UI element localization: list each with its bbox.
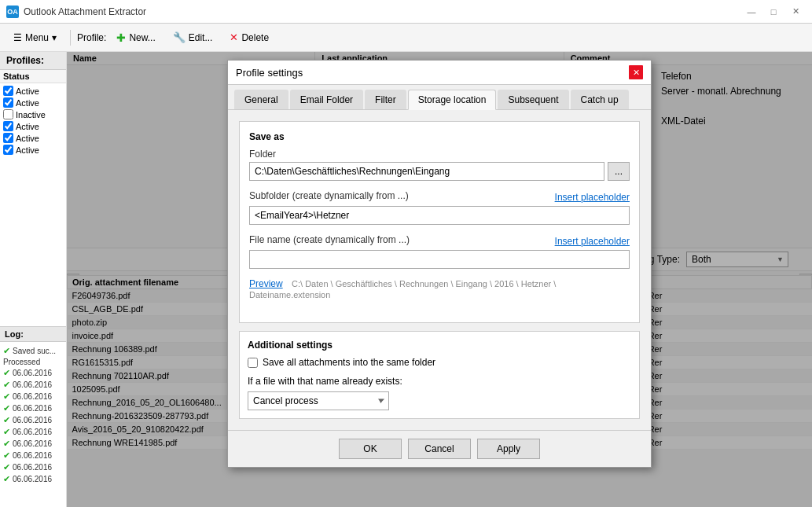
app-icon: OA: [6, 6, 19, 18]
menu-icon: ☰: [13, 32, 22, 43]
additional-settings-section: Additional settings Save all attachments…: [239, 331, 640, 419]
folder-label: Folder: [249, 149, 630, 160]
subfolder-insert-placeholder-button[interactable]: Insert placeholder: [555, 192, 630, 203]
list-item: ✔ 06.06.2016: [3, 367, 63, 379]
modal-title: Profile settings: [236, 67, 303, 79]
list-item: ✔ 06.06.2016: [3, 438, 63, 450]
list-item[interactable]: Active: [2, 85, 64, 97]
list-item: ✔ 06.06.2016: [3, 473, 63, 485]
check-icon: ✔: [3, 462, 10, 472]
check-icon: ✔: [3, 391, 10, 402]
close-button[interactable]: ✕: [785, 4, 806, 20]
check-icon: ✔: [3, 403, 10, 413]
subfolder-input[interactable]: [249, 206, 630, 225]
profile-checkbox-3[interactable]: [3, 109, 13, 119]
list-item: ✔ 06.06.2016: [3, 391, 63, 402]
tab-general[interactable]: General: [234, 90, 288, 109]
edit-profile-button[interactable]: 🔧 Edit...: [166, 28, 220, 47]
log-header: Log:: [0, 327, 66, 342]
filename-label: File name (create dynamically from ...): [249, 234, 410, 245]
tab-subsequent[interactable]: Subsequent: [498, 90, 568, 109]
check-icon: ✔: [3, 427, 10, 437]
modal-overlay: Profile settings ✕ General Email Folder …: [67, 52, 812, 507]
cancel-button[interactable]: Cancel: [408, 439, 471, 459]
check-icon: ✔: [3, 439, 10, 449]
check-icon: ✔: [3, 368, 10, 378]
left-panel: Profiles: Status Active Active Inactive …: [0, 52, 67, 507]
subfolder-group: Subfolder (create dynamically from ...) …: [249, 190, 630, 225]
modal-tab-content: Save as Folder ... Subfol: [228, 110, 651, 430]
modal-titlebar: Profile settings ✕: [228, 61, 651, 85]
subfolder-label: Subfolder (create dynamically from ...): [249, 190, 409, 201]
list-item: ✔ 06.06.2016: [3, 426, 63, 438]
tab-catch-up[interactable]: Catch up: [571, 90, 629, 109]
tab-storage-location[interactable]: Storage location: [408, 90, 497, 110]
list-item[interactable]: Inactive: [2, 108, 64, 120]
toolbar-separator: [70, 30, 71, 46]
profile-checkbox-4[interactable]: [3, 121, 13, 131]
exists-action-select[interactable]: Cancel process Overwrite Rename Skip: [248, 391, 389, 410]
preview-button[interactable]: Preview: [249, 278, 283, 289]
exists-label: If a file with that name already exists:: [248, 376, 631, 387]
new-profile-button[interactable]: ✚ New...: [109, 28, 162, 48]
check-icon: ✔: [3, 474, 10, 484]
profile-checkbox-1[interactable]: [3, 86, 13, 96]
browse-button[interactable]: ...: [608, 162, 630, 181]
list-item[interactable]: Active: [2, 132, 64, 144]
edit-icon: 🔧: [173, 31, 186, 43]
profile-status-list: Active Active Inactive Active Active Act…: [0, 83, 66, 157]
profile-checkbox-6[interactable]: [3, 145, 13, 155]
same-folder-checkbox[interactable]: [248, 358, 258, 368]
list-item: Processed: [3, 357, 63, 367]
log-panel: Log: ✔ Saved suc... Processed ✔ 06.06.20…: [0, 326, 66, 507]
same-folder-label: Save all attachments into the same folde…: [263, 357, 435, 368]
right-panel: Name Last application Comment Telefon Se…: [67, 52, 812, 507]
exists-dropdown-wrapper[interactable]: Cancel process Overwrite Rename Skip: [248, 391, 389, 410]
preview-area: Preview C:\ Daten \ Geschäftliches \ Rec…: [249, 278, 630, 300]
list-item[interactable]: Active: [2, 97, 64, 108]
modal-tabs: General Email Folder Filter Storage loca…: [228, 85, 651, 110]
check-icon: ✔: [3, 450, 10, 461]
apply-button[interactable]: Apply: [477, 439, 540, 459]
profile-checkbox-2[interactable]: [3, 97, 13, 108]
filename-label-row: File name (create dynamically from ...) …: [249, 234, 630, 248]
toolbar: ☰ Menu ▾ Profile: ✚ New... 🔧 Edit... ✕ D…: [0, 24, 812, 52]
check-icon: ✔: [3, 380, 10, 390]
delete-profile-button[interactable]: ✕ Delete: [222, 28, 276, 47]
maximize-button[interactable]: □: [763, 4, 784, 20]
subfolder-label-row: Subfolder (create dynamically from ...) …: [249, 190, 630, 204]
preview-text: C:\ Daten \ Geschäftliches \ Rechnungen …: [249, 279, 556, 299]
minimize-button[interactable]: —: [741, 4, 762, 20]
folder-input[interactable]: [249, 162, 604, 181]
filename-insert-placeholder-button[interactable]: Insert placeholder: [555, 236, 630, 247]
list-item[interactable]: Active: [2, 120, 64, 132]
profile-settings-modal: Profile settings ✕ General Email Folder …: [227, 60, 652, 468]
profiles-header: Profiles:: [0, 52, 66, 70]
app-title: Outlook Attachment Extractor: [24, 6, 146, 17]
filename-input[interactable]: [249, 250, 630, 269]
tab-filter[interactable]: Filter: [365, 90, 406, 109]
list-item: ✔ Saved suc...: [3, 345, 63, 357]
list-item: ✔ 06.06.2016: [3, 450, 63, 461]
list-item: ✔ 06.06.2016: [3, 402, 63, 414]
modal-close-button[interactable]: ✕: [629, 65, 643, 79]
filename-group: File name (create dynamically from ...) …: [249, 234, 630, 269]
ok-button[interactable]: OK: [339, 439, 402, 459]
menu-button[interactable]: ☰ Menu ▾: [6, 28, 64, 47]
list-item: ✔ 06.06.2016: [3, 461, 63, 473]
list-item[interactable]: Active: [2, 144, 64, 156]
tab-email-folder[interactable]: Email Folder: [290, 90, 363, 109]
list-item: ✔ 06.06.2016: [3, 414, 63, 426]
menu-chevron-icon: ▾: [52, 32, 57, 43]
list-item: ✔ 06.06.2016: [3, 379, 63, 391]
profile-checkbox-5[interactable]: [3, 133, 13, 143]
same-folder-row: Save all attachments into the same folde…: [248, 357, 631, 368]
window-controls: — □ ✕: [741, 4, 806, 20]
check-icon: ✔: [3, 415, 10, 425]
folder-group: Folder ...: [249, 149, 630, 181]
check-icon: ✔: [3, 346, 10, 356]
title-bar: OA Outlook Attachment Extractor — □ ✕: [0, 0, 812, 24]
folder-input-row: ...: [249, 162, 630, 181]
save-as-title: Save as: [249, 131, 630, 142]
log-content: ✔ Saved suc... Processed ✔ 06.06.2016 ✔ …: [0, 342, 66, 505]
